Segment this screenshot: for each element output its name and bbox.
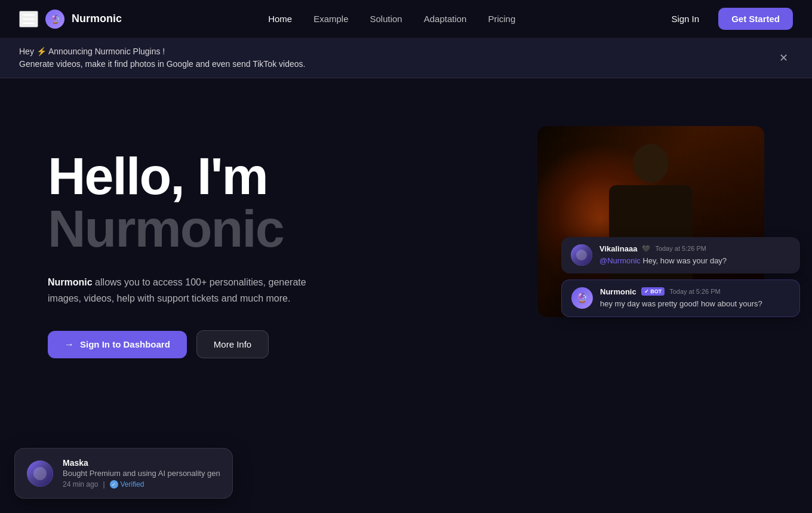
announcement-line2: Generate videos, make it find photos in … [19,58,305,70]
hero-description-brand: Nurmonic [48,277,93,287]
nav-right: Sign In Get Started [662,8,793,30]
toast-content: Maska Bought Premium and using AI person… [63,458,220,489]
hero-visual: Vikalinaaa 🖤 Today at 5:26 PM @Nurmonic … [370,126,764,317]
toast-name: Maska [63,458,220,468]
nav-link-home[interactable]: Home [260,9,300,29]
chat-time-1: Today at 5:26 PM [655,245,706,252]
chat-name-1: Vikalinaaa [599,244,637,253]
avatar-shape-1 [571,244,592,266]
announcement-line1: Hey ⚡ Announcing Nurmonic Plugins ! [19,45,305,58]
hero-title-line2: Nurmonic [48,202,370,255]
toast-verified: ✓ Verified [110,480,144,489]
chat-name-2: Nurmonic [600,287,636,296]
nav-link-solution[interactable]: Solution [362,9,411,29]
hero-description: Nurmonic allows you to access 100+ perso… [48,274,310,306]
hero-buttons: → Sign In to Dashboard More Info [48,330,370,358]
announcement-banner: Hey ⚡ Announcing Nurmonic Plugins ! Gene… [0,38,812,78]
chat-text-2: hey my day was pretty good! how about yo… [600,299,790,309]
logo-emoji: 🔮 [50,14,60,24]
chat-text-rest-1: Hey, how was your day? [641,256,727,265]
toast-notification: Maska Bought Premium and using AI person… [14,448,233,499]
heart-icon: 🖤 [642,245,650,253]
banner-close-button[interactable]: ✕ [774,50,793,66]
dashboard-button[interactable]: → Sign In to Dashboard [48,331,187,358]
toast-time: 24 min ago [63,480,98,489]
hero-title-line1: Hello, I'm [48,150,370,202]
announcement-text: Hey ⚡ Announcing Nurmonic Plugins ! Gene… [19,45,305,70]
user-avatar-nurmonic: 🔮 [571,287,593,309]
nav-link-adaptation[interactable]: Adaptation [416,9,475,29]
chat-bubble-2: 🔮 Nurmonic ✓ BOT Today at 5:26 PM hey my… [561,279,800,317]
arrow-right-icon: → [64,339,74,350]
chat-header-1: Vikalinaaa 🖤 Today at 5:26 PM [599,244,791,253]
toast-avatar-shape [27,460,53,487]
verified-icon: ✓ [110,480,118,489]
more-info-button[interactable]: More Info [196,330,269,358]
chat-content-2: Nurmonic ✓ BOT Today at 5:26 PM hey my d… [600,287,790,309]
brand-name: Nurmonic [72,13,122,25]
nav-link-pricing[interactable]: Pricing [479,9,524,29]
get-started-button[interactable]: Get Started [718,8,793,30]
hamburger-line [23,23,35,24]
chat-text-1: @Nurmonic Hey, how was your day? [599,256,791,266]
nav-left: 🔮 Nurmonic [19,10,122,29]
chat-header-2: Nurmonic ✓ BOT Today at 5:26 PM [600,287,790,296]
chat-mention: @Nurmonic [599,256,641,265]
logo-icon: 🔮 [45,10,64,29]
hamburger-button[interactable] [19,11,38,27]
toast-avatar [27,460,53,487]
chat-content-1: Vikalinaaa 🖤 Today at 5:26 PM @Nurmonic … [599,244,791,266]
nav-link-example[interactable]: Example [305,9,356,29]
chat-overlay: Vikalinaaa 🖤 Today at 5:26 PM @Nurmonic … [561,237,800,323]
nav-links: Home Example Solution Adaptation Pricing [260,9,524,29]
chat-time-2: Today at 5:26 PM [669,288,721,295]
toast-meta: 24 min ago | ✓ Verified [63,480,220,489]
hamburger-line [23,14,35,16]
verified-label: Verified [121,480,144,489]
toast-description: Bought Premium and using AI personality … [63,469,220,478]
person-head [633,144,669,183]
user-avatar-1 [571,244,592,266]
bot-badge: ✓ BOT [641,287,665,296]
chat-bubble-1: Vikalinaaa 🖤 Today at 5:26 PM @Nurmonic … [561,237,800,274]
navbar: 🔮 Nurmonic Home Example Solution Adaptat… [0,0,812,38]
hero-content: Hello, I'm Nurmonic Nurmonic allows you … [48,126,370,358]
dashboard-button-label: Sign In to Dashboard [80,339,170,349]
signin-button[interactable]: Sign In [662,9,709,29]
hamburger-line [23,19,35,20]
toast-separator: | [103,480,104,489]
